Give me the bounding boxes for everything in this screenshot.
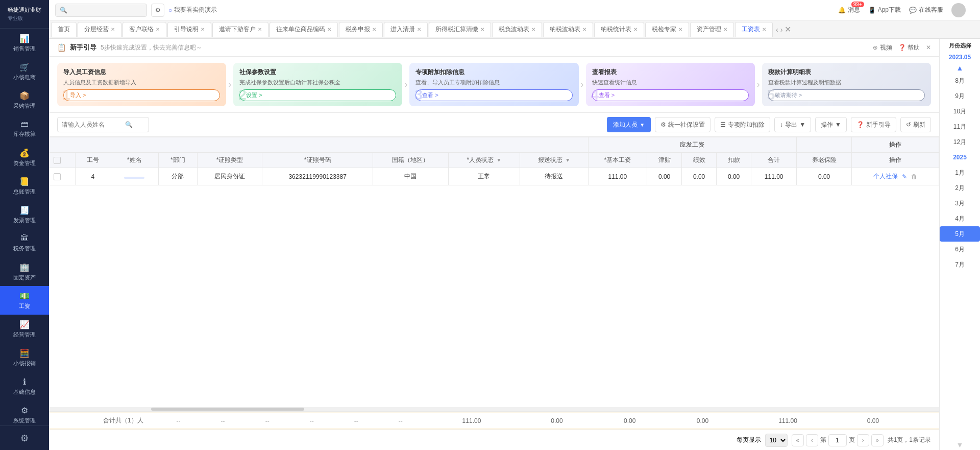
edit-icon[interactable]: ✎ (902, 173, 907, 180)
month-nav-up-button[interactable]: ▲ (955, 63, 965, 73)
export-button[interactable]: ↓ 导出 ▼ (774, 117, 811, 132)
tab-纳税统计表[interactable]: 纳税统计表✕ (594, 22, 644, 37)
tab-close-icon[interactable]: ✕ (633, 27, 638, 32)
sidebar-item-采购管理[interactable]: 📦 采购管理 (0, 86, 49, 114)
month-item-8月[interactable]: 8月 (940, 73, 980, 88)
tab-close-icon[interactable]: ✕ (156, 27, 160, 32)
tab-close-icon[interactable]: ✕ (762, 27, 766, 32)
tab-税务申报[interactable]: 税务申报✕ (339, 22, 383, 37)
tab-客户联络[interactable]: 客户联络✕ (122, 22, 166, 37)
tab-nav-left[interactable]: ‹ (776, 26, 778, 34)
sidebar-item-发票管理[interactable]: 🧾 发票管理 (0, 200, 49, 229)
tab-资产管理[interactable]: 资产管理✕ (690, 22, 734, 37)
tab-close-icon[interactable]: ✕ (678, 27, 682, 32)
sidebar-item-经营管理[interactable]: 📈 经营管理 (0, 315, 49, 343)
prev-page-button[interactable]: ‹ (806, 434, 818, 446)
tab-close-icon[interactable]: ✕ (201, 27, 205, 32)
sidebar-item-基础信息[interactable]: ℹ 基础信息 (0, 372, 49, 400)
tab-close-icon[interactable]: ✕ (531, 27, 535, 32)
report-status-filter-icon[interactable]: ▼ (565, 157, 570, 163)
social-security-settings-button[interactable]: ⚙ 统一社保设置 (655, 117, 710, 132)
tab-close-icon[interactable]: ✕ (372, 27, 376, 32)
month-item-11月[interactable]: 11月 (940, 119, 980, 134)
sidebar-item-小畅电商[interactable]: 🛒 小畅电商 (0, 57, 49, 86)
last-page-button[interactable]: » (871, 434, 884, 446)
month-item-3月[interactable]: 3月 (940, 196, 980, 211)
app-download-button[interactable]: 📱 App下载 (868, 6, 901, 14)
guide-close-button[interactable]: ✕ (926, 44, 931, 51)
step-btn-1[interactable]: 导入 > (63, 89, 220, 101)
tab-close-icon[interactable]: ✕ (582, 27, 586, 32)
month-item-6月[interactable]: 6月 (940, 242, 980, 257)
month-item-1月[interactable]: 1月 (940, 165, 980, 180)
tab-首页[interactable]: 首页 (51, 22, 77, 37)
select-all-checkbox[interactable] (54, 157, 61, 164)
global-search[interactable]: 🔍 (55, 4, 147, 17)
tab-税负波动表[interactable]: 税负波动表✕ (492, 22, 542, 37)
scrollbar-thumb[interactable] (151, 408, 304, 411)
step-btn-5[interactable]: 敬请期待 > (768, 89, 925, 101)
tab-close-icon[interactable]: ✕ (480, 27, 484, 32)
user-avatar[interactable] (951, 3, 966, 17)
demo-button[interactable]: ○ 我要看实例演示 (168, 6, 217, 14)
tab-引导说明[interactable]: 引导说明✕ (167, 22, 211, 37)
special-deduction-button[interactable]: ☰ 专项附加扣除 (715, 117, 770, 132)
notice-button[interactable]: 🔔 消息 99+ (838, 6, 860, 14)
sidebar-item-资金管理[interactable]: 💰 资金管理 (0, 143, 49, 172)
search-submit-icon[interactable]: 🔍 (125, 121, 133, 128)
personal-insurance-link[interactable]: 个人社保 (873, 172, 898, 181)
guide-video[interactable]: ⊙ 视频 (873, 43, 892, 52)
sidebar-item-小畅报销[interactable]: 🧮 小畅报销 (0, 343, 49, 372)
month-item-9月[interactable]: 9月 (940, 88, 980, 104)
tab-进入清册[interactable]: 进入清册✕ (384, 22, 428, 37)
tab-close-icon[interactable]: ✕ (723, 27, 727, 32)
row-check[interactable] (54, 173, 61, 180)
settings-icon[interactable]: ⚙ (20, 433, 29, 444)
sidebar-item-系统管理[interactable]: ⚙ 系统管理 (0, 400, 49, 425)
month-item-7月[interactable]: 7月 (940, 257, 980, 272)
tab-close-icon[interactable]: ✕ (111, 27, 115, 32)
sidebar-item-总账管理[interactable]: 📒 总账管理 (0, 172, 49, 200)
tab-税检专家[interactable]: 税检专家✕ (645, 22, 689, 37)
tab-邀请下游客户[interactable]: 邀请下游客户✕ (212, 22, 268, 37)
guide-help[interactable]: ❓ 帮助 (898, 43, 920, 52)
tab-工资表[interactable]: 工资表✕ (735, 22, 773, 37)
add-employee-button[interactable]: 添加人员 ▼ (607, 117, 651, 132)
sidebar-item-工资[interactable]: 💵 工资 (0, 286, 49, 315)
tab-close-icon[interactable]: ✕ (258, 27, 262, 32)
refresh-button[interactable]: ↺ 刷新 (900, 117, 931, 132)
month-nav-down-button[interactable]: ▼ (955, 440, 965, 450)
employee-search[interactable]: 🔍 (57, 117, 149, 132)
sidebar-item-固定资产[interactable]: 🏢 固定资产 (0, 257, 49, 286)
tab-nav-right[interactable]: › (780, 26, 783, 34)
next-page-button[interactable]: › (857, 434, 869, 446)
step-btn-4[interactable]: 查看 > (592, 89, 749, 101)
sidebar-item-销售管理[interactable]: 📊 销售管理 (0, 29, 49, 57)
step-btn-2[interactable]: 设置 > (239, 89, 396, 101)
tab-close-all[interactable]: ✕ (785, 25, 791, 34)
guide-button[interactable]: ❓ 新手引导 (851, 117, 896, 132)
page-input[interactable] (828, 434, 847, 446)
status-filter-icon[interactable]: ▼ (497, 157, 502, 163)
month-item-2月[interactable]: 2月 (940, 180, 980, 196)
tab-所得税汇算清缴[interactable]: 所得税汇算清缴✕ (429, 22, 491, 37)
month-item-4月[interactable]: 4月 (940, 211, 980, 226)
delete-icon[interactable]: 🗑 (911, 173, 917, 180)
month-item-12月[interactable]: 12月 (940, 134, 980, 150)
employee-search-input[interactable] (62, 121, 123, 128)
tab-往来单位商品编码[interactable]: 往来单位商品编码✕ (270, 22, 338, 37)
tab-close-icon[interactable]: ✕ (327, 27, 331, 32)
online-service-button[interactable]: 💬 在线客服 (909, 6, 943, 14)
first-page-button[interactable]: « (792, 434, 804, 446)
operation-button[interactable]: 操作 ▼ (815, 117, 847, 132)
tab-close-icon[interactable]: ✕ (417, 27, 421, 32)
settings-button[interactable]: ⚙ (151, 4, 164, 17)
month-item-10月[interactable]: 10月 (940, 104, 980, 119)
step-btn-3[interactable]: 查看 > (415, 89, 572, 101)
sidebar-item-税务管理[interactable]: 🏛 税务管理 (0, 229, 49, 257)
sidebar-item-库存核算[interactable]: 🗃 库存核算 (0, 114, 49, 143)
page-size-select[interactable]: 10 20 50 (765, 434, 788, 447)
horizontal-scrollbar[interactable] (49, 407, 939, 411)
month-item-5月[interactable]: 5月 (940, 226, 980, 242)
tab-纳税波动表[interactable]: 纳税波动表✕ (543, 22, 593, 37)
